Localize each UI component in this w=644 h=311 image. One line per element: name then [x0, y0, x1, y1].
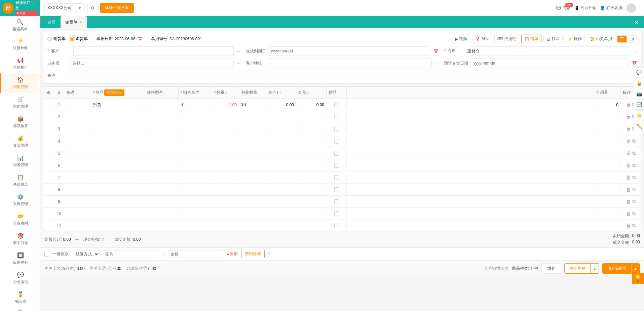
sidebar-item-app-center[interactable]: 🔲 应用中心	[0, 249, 40, 268]
pay-amount-input[interactable]	[168, 250, 223, 258]
addr-more-icon[interactable]: ···	[435, 61, 439, 66]
row9-gift-checkbox[interactable]	[334, 199, 339, 204]
shortcut-btn[interactable]: ⌨ 快捷键	[494, 35, 519, 43]
discard-btn[interactable]: 放弃	[541, 263, 561, 274]
right-panel-star-icon[interactable]: ⭐	[634, 110, 644, 120]
salesperson-more-icon[interactable]: ···	[237, 61, 240, 66]
row1-gift-checkbox[interactable]	[334, 103, 339, 107]
sidebar-item-operations[interactable]: 📊 经营管理	[0, 151, 40, 171]
calendar-icon[interactable]: 📅	[137, 37, 142, 41]
row1-qty[interactable]: -1.00	[212, 101, 239, 109]
online-service-btn[interactable]: 👤 在线客服	[600, 5, 622, 11]
row2-delete-icon[interactable]: 🗑	[626, 114, 631, 120]
grid-view-btn[interactable]: ⊞	[628, 35, 637, 43]
row8-delete-icon[interactable]: 🗑	[626, 187, 631, 192]
row3-delete-icon[interactable]: 🗑	[626, 126, 631, 132]
row10-copy-icon[interactable]: ⧉	[632, 211, 636, 217]
row10-delete-icon[interactable]: 🗑	[626, 211, 631, 217]
right-panel-lock-icon[interactable]: 🔒	[634, 78, 644, 88]
help-btn[interactable]: ❓ 帮助	[472, 35, 492, 43]
sidebar-item-quick-nav[interactable]: ⚡ 快捷导航	[0, 34, 40, 54]
row1-pkg-qty[interactable]: 1个	[239, 101, 266, 109]
row11-copy-icon[interactable]: ⧉	[632, 223, 636, 229]
radio-return[interactable]: 退货单	[70, 36, 88, 42]
note-input[interactable]	[70, 71, 637, 80]
topbar-gear-btn[interactable]: ⚙	[87, 3, 98, 13]
right-panel-chat-icon[interactable]: 💬	[634, 67, 644, 77]
total-owe-help[interactable]: ?	[107, 266, 112, 271]
row10-gift-checkbox[interactable]	[334, 211, 339, 216]
save-draft-arrow-btn[interactable]: ▲	[591, 263, 599, 274]
sidebar-item-search[interactable]: 🔍 搜索菜单	[0, 16, 40, 34]
row4-gift-checkbox[interactable]	[334, 139, 339, 144]
row6-delete-icon[interactable]: 🗑	[626, 163, 631, 168]
row2-gift-checkbox[interactable]	[334, 115, 339, 119]
row1-goods[interactable]: 拆货	[91, 101, 145, 109]
scan-barcode-btn[interactable]: 扫码录入	[104, 89, 124, 96]
list-view-btn[interactable]: ☰	[617, 35, 627, 43]
row11-delete-icon[interactable]: 🗑	[626, 223, 631, 229]
right-panel-camera-icon[interactable]: 📷	[634, 89, 644, 99]
fee-split-btn[interactable]: 费用分摊	[241, 250, 265, 258]
salesperson-input[interactable]	[70, 59, 234, 68]
print-btn[interactable]: 🖨 打印	[543, 35, 563, 43]
select-btn[interactable]: 📋 选单	[521, 35, 541, 43]
pay-dots-icon[interactable]: ···	[161, 252, 165, 257]
row3-gift-checkbox[interactable]	[334, 127, 339, 131]
row7-gift-checkbox[interactable]	[334, 175, 339, 180]
price-info-icon[interactable]: ℹ	[277, 90, 278, 95]
trial-btn[interactable]: 体验行业方案	[100, 3, 134, 13]
row5-gift-checkbox[interactable]	[334, 151, 339, 156]
right-panel-bottom-btn[interactable]: 💡	[632, 273, 644, 284]
row7-delete-icon[interactable]: 🗑	[626, 175, 631, 180]
price-sort[interactable]	[279, 91, 281, 94]
sidebar-item-member[interactable]: 🏅 畅会员	[0, 288, 40, 307]
tab-sales-order[interactable]: 销货单 ×	[61, 16, 87, 28]
sidebar-item-finance[interactable]: 💰 资金管理	[0, 132, 40, 151]
video-btn[interactable]: ▶ 视频	[452, 35, 470, 43]
row6-copy-icon[interactable]: ⧉	[632, 162, 636, 168]
tab-close-icon[interactable]: ×	[79, 20, 82, 25]
customer-more-icon[interactable]: ···	[237, 49, 240, 53]
user-avatar[interactable]	[627, 3, 636, 13]
pay-account-input[interactable]	[103, 250, 158, 258]
row1-barcode[interactable]	[64, 104, 91, 106]
sidebar-item-system[interactable]: ⚙️ 系统管理	[0, 190, 40, 210]
operations-btn[interactable]: ⚡ 操作	[565, 35, 585, 43]
expected-date-calendar-icon[interactable]: 📅	[632, 61, 637, 66]
row9-copy-icon[interactable]: ⧉	[632, 199, 636, 204]
one-click-pay-checkbox[interactable]	[44, 252, 49, 257]
row11-gift-checkbox[interactable]	[334, 224, 339, 228]
row1-unit[interactable]: 个	[179, 101, 212, 109]
row1-price[interactable]: 0.00	[266, 101, 296, 109]
company-selector[interactable]: XXXXXX公司 ▼	[44, 3, 85, 12]
sidebar-item-corp[interactable]: 🤝 企业协同	[0, 210, 40, 229]
row6-gift-checkbox[interactable]	[334, 163, 339, 168]
row1-gift[interactable]	[327, 101, 347, 109]
row5-delete-icon[interactable]: 🗑	[626, 151, 631, 156]
row1-amount[interactable]: 0.00	[296, 101, 327, 109]
radio-sales[interactable]: 销货单	[47, 36, 66, 42]
due-date-calendar-icon[interactable]: 📅	[433, 49, 439, 53]
tab-home[interactable]: 首页	[43, 16, 61, 28]
customer-addr-input[interactable]	[268, 59, 432, 68]
right-panel-edit-icon[interactable]: ✏️	[634, 121, 644, 131]
row8-gift-checkbox[interactable]	[334, 187, 339, 192]
row4-copy-icon[interactable]: ⧉	[632, 138, 636, 144]
customer-input[interactable]	[73, 46, 234, 56]
save-new-arrow-btn[interactable]: ▲	[631, 263, 640, 274]
warehouse-input[interactable]	[470, 46, 630, 56]
tabbar-close-btn[interactable]: ✕	[632, 19, 641, 26]
row1-spec[interactable]	[145, 104, 179, 106]
save-draft-btn[interactable]: 保存草稿	[564, 263, 591, 274]
qty-sort[interactable]	[225, 91, 227, 94]
history-btn[interactable]: 📜 历史单据	[587, 35, 615, 43]
expected-date-input[interactable]	[470, 59, 629, 68]
amount-sort[interactable]	[307, 91, 309, 94]
sidebar-item-sales[interactable]: 🏠 销售管理	[0, 73, 40, 93]
row1-delete-icon[interactable]: 🗑	[626, 102, 631, 108]
save-new-btn[interactable]: 保存&新增	[602, 263, 631, 274]
row7-copy-icon[interactable]: ⧉	[632, 174, 636, 180]
sidebar-item-guide[interactable]: 🎯 新手引导	[0, 229, 40, 249]
sidebar-settings-btn[interactable]: ⚙️	[0, 307, 40, 311]
